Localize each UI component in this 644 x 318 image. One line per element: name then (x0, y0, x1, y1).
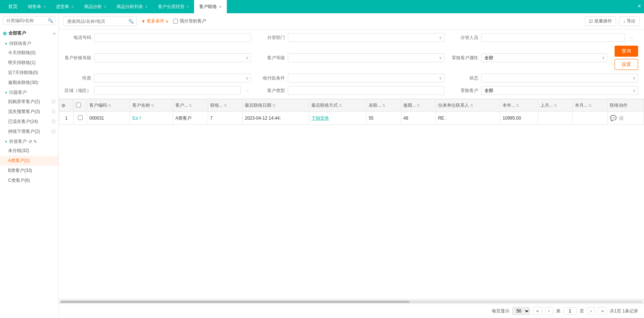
price-grade-select[interactable] (94, 53, 251, 62)
customer-type-input[interactable] (288, 86, 445, 95)
retail-attr-select[interactable]: 全部 (481, 53, 607, 62)
nature-select[interactable] (94, 74, 251, 82)
select-all-checkbox[interactable] (76, 103, 81, 107)
page-end-label: 页 (580, 308, 584, 314)
customer-grade-select[interactable] (288, 53, 445, 62)
nav-product-analysis-close[interactable]: × (104, 4, 106, 9)
nav-home[interactable]: 首页 (3, 0, 23, 13)
collapse-icon[interactable]: « (53, 31, 56, 36)
person-more-icon[interactable]: ··· (628, 35, 635, 40)
horizontal-scrollbar[interactable] (59, 299, 644, 304)
row-checkbox[interactable] (78, 115, 83, 120)
sort-last-month-icon[interactable]: ⇅ (554, 103, 557, 107)
scrollbar-track[interactable] (60, 301, 643, 303)
sidebar-item-class-a[interactable]: A类客户(1) (0, 156, 58, 166)
info-icon-3[interactable]: ⓘ (51, 119, 56, 124)
sidebar-search-icon[interactable]: 🔍 (48, 18, 53, 23)
sidebar-item-class-c[interactable]: C类客户(6) (0, 176, 58, 186)
refresh-icon[interactable]: ↺ (28, 139, 32, 144)
sidebar-item-overdue[interactable]: 逾期未联络(30) (0, 78, 58, 88)
first-page-button[interactable]: « (533, 307, 542, 315)
customer-grade-label: 客户等级 (258, 55, 285, 61)
more-conditions-btn[interactable]: ▼ 更多条件 ∨ (141, 18, 169, 24)
nav-sales[interactable]: 销售单 × (23, 0, 51, 13)
sort-unit-contact-icon[interactable]: ⇅ (470, 103, 473, 107)
close-all-button[interactable]: × (638, 3, 641, 10)
next-page-button[interactable]: › (587, 307, 595, 315)
status-select[interactable] (481, 74, 638, 82)
sidebar-item-7days[interactable]: 近7天待联络(0) (0, 68, 58, 78)
th-last-date: 最后联络日期 ⇅ (243, 99, 309, 112)
td-name[interactable]: Ea？ (130, 112, 173, 125)
price-grade-label: 客户价格等级 (65, 55, 91, 61)
sort-overdue-icon[interactable]: ⇅ (417, 103, 420, 107)
last-page-button[interactable]: » (598, 307, 607, 315)
retail-customer-select[interactable]: 全部 (481, 86, 638, 95)
query-button[interactable]: 查询 (615, 46, 638, 57)
nav-product-analysis[interactable]: 商品分析 × (79, 0, 111, 13)
table-header-row: ⚙ 客户编码 ⇅ 客户名称 ⇅ (59, 99, 644, 112)
chat-icon[interactable]: 💬 (610, 115, 617, 121)
nav-purchase[interactable]: 进货单 × (51, 0, 79, 13)
sort-name-icon[interactable]: ⇅ (151, 103, 154, 107)
main-search-icon[interactable]: 🔍 (128, 19, 134, 24)
sidebar-item-today[interactable]: 今天待联络(0) (0, 48, 58, 58)
export-button[interactable]: ↓ 导出 (619, 16, 640, 26)
data-table: ⚙ 客户编码 ⇅ 客户名称 ⇅ (59, 99, 644, 125)
phone-input[interactable] (94, 33, 251, 42)
batch-op-button[interactable]: ☑ 批量操作 (585, 16, 616, 26)
prev-page-button[interactable]: ‹ (545, 307, 553, 315)
nav-customer-segment-close[interactable]: × (187, 4, 189, 9)
area-more-icon[interactable]: ··· (244, 88, 251, 93)
all-customers-header[interactable]: ⊞ 全部客户 « (0, 28, 58, 39)
per-page-select[interactable]: 50 (512, 307, 530, 315)
sidebar-item-declining[interactable]: 持续下滑客户(2) ⓘ (0, 127, 58, 137)
nav-product-analysis-list[interactable]: 商品分析列表 × (111, 0, 153, 13)
sort-this-month-icon[interactable]: ⇅ (588, 103, 591, 107)
chevron-down-icon: ∨ (165, 19, 169, 24)
area-input[interactable] (94, 86, 241, 95)
dept-select[interactable] (288, 33, 445, 42)
th-gear[interactable]: ⚙ (59, 99, 74, 112)
person-input[interactable] (481, 33, 625, 42)
sort-last-method-icon[interactable]: ⇅ (339, 103, 342, 107)
app-root: 首页 销售单 × 进货单 × 商品分析 × 商品分析列表 × 客户分层经营 × … (0, 0, 644, 318)
dept-label: 分管部门 (258, 35, 285, 41)
th-name: 客户名称 ⇅ (130, 99, 173, 112)
sort-code-icon[interactable]: ⇅ (108, 103, 111, 107)
page-input[interactable] (564, 307, 577, 315)
sort-this-year-icon[interactable]: ⇅ (516, 103, 519, 107)
customer-type-label: 客户类型 (258, 88, 285, 94)
sidebar-item-loss-warning[interactable]: 流失预警客户(3) ⓘ (0, 107, 58, 117)
nav-purchase-close[interactable]: × (71, 4, 74, 9)
sidebar-item-abnormal[interactable]: 回购异常客户(2) ⓘ (0, 97, 58, 107)
sort-ctype-icon[interactable]: ⇅ (189, 103, 192, 107)
sidebar-item-tomorrow[interactable]: 明天待联络(1) (0, 58, 58, 68)
sidebar-item-ungrouped[interactable]: 未分组(32) (0, 146, 58, 156)
sort-last-date-icon[interactable]: ⇅ (272, 103, 275, 107)
nav-customer-segment[interactable]: 客户分层经营 × (153, 0, 194, 13)
my-customers-checkbox[interactable] (173, 19, 178, 24)
filter-dept-row: 分管部门 ∨ (258, 33, 445, 42)
info-icon-2[interactable]: ⓘ (51, 109, 56, 114)
sort-contacts-icon[interactable]: ⇅ (224, 103, 227, 107)
nav-customer-contact-close[interactable]: × (219, 4, 221, 9)
settings-button[interactable]: 设置 (615, 59, 638, 70)
edit-icon[interactable]: ✎ (33, 139, 37, 144)
retail-attr-label: 零散客户属性 (452, 55, 478, 61)
qr-icon[interactable]: ⊞ (619, 115, 624, 121)
nav-sales-close[interactable]: × (43, 4, 46, 9)
sort-uncontacted-icon[interactable]: ⇅ (382, 103, 385, 107)
pay-cond-select[interactable] (288, 74, 445, 82)
main-search-input[interactable] (63, 17, 137, 26)
sidebar-item-lost[interactable]: 已流失客户(24) ⓘ (0, 117, 58, 127)
nav-product-analysis-list-close[interactable]: × (145, 4, 147, 9)
my-customers-check[interactable]: 我分管的客户 (173, 18, 206, 24)
info-icon-4[interactable]: ⓘ (51, 129, 56, 134)
scrollbar-thumb[interactable] (60, 301, 409, 303)
sidebar-item-class-b[interactable]: B类客户(33) (0, 166, 58, 176)
info-icon-1[interactable]: ⓘ (51, 99, 56, 105)
last-method-link[interactable]: 下销货单 (311, 116, 329, 121)
td-contacts: 7 (208, 112, 242, 125)
nav-customer-contact[interactable]: 客户联络 × (194, 0, 226, 13)
